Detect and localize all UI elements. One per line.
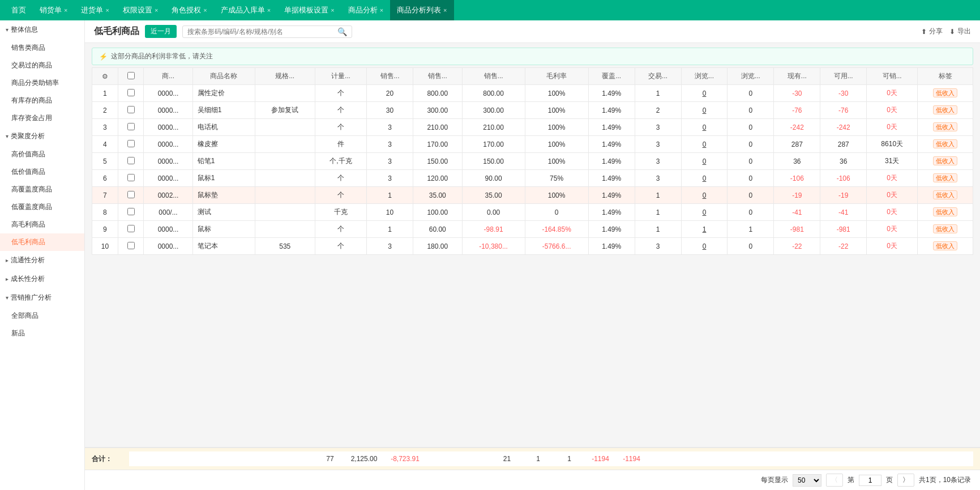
row-checkbox[interactable] bbox=[118, 85, 143, 102]
row-select-checkbox[interactable] bbox=[127, 157, 135, 164]
nav-permission[interactable]: 权限设置 × bbox=[116, 0, 165, 20]
next-page-button[interactable]: 〉 bbox=[897, 474, 914, 487]
page-size-select[interactable]: 50 100 200 bbox=[793, 474, 821, 487]
sidebar-item-traded-products[interactable]: 交易过的商品 bbox=[0, 57, 84, 74]
row-name[interactable]: 鼠标垫 bbox=[192, 187, 255, 204]
sidebar-item-stock-capital[interactable]: 库存资金占用 bbox=[0, 109, 84, 127]
row-name[interactable]: 鼠标 bbox=[192, 221, 255, 238]
row-current: -106 bbox=[774, 170, 820, 187]
sidebar-item-all-products[interactable]: 全部商品 bbox=[0, 307, 84, 325]
close-icon[interactable]: × bbox=[267, 7, 271, 14]
row-browse1[interactable]: 0 bbox=[681, 238, 727, 255]
row-spec: 参加复试 bbox=[255, 102, 315, 119]
row-browse1[interactable]: 0 bbox=[681, 85, 727, 102]
row-select-checkbox[interactable] bbox=[127, 123, 135, 130]
close-icon[interactable]: × bbox=[64, 7, 67, 14]
sidebar-item-low-coverage[interactable]: 低覆盖度商品 bbox=[0, 198, 84, 216]
row-name[interactable]: 测试 bbox=[192, 204, 255, 221]
search-input[interactable] bbox=[187, 28, 337, 36]
sidebar-item-sales-products[interactable]: 销售类商品 bbox=[0, 39, 84, 57]
row-name[interactable]: 属性定价 bbox=[192, 85, 255, 102]
nav-product-instock[interactable]: 产成品入库单 × bbox=[214, 0, 277, 20]
sidebar-item-stock-products[interactable]: 有库存的商品 bbox=[0, 92, 84, 109]
sidebar-group-marketing[interactable]: ▾ 营销推广分析 bbox=[0, 288, 84, 307]
row-name[interactable]: 鼠标1 bbox=[192, 170, 255, 187]
row-checkbox[interactable] bbox=[118, 170, 143, 187]
row-name[interactable]: 铅笔1 bbox=[192, 153, 255, 170]
row-checkbox[interactable] bbox=[118, 136, 143, 153]
col-sales-amt-header: 销售... bbox=[413, 68, 462, 85]
row-coverage: 1.49% bbox=[588, 187, 635, 204]
filter-period-button[interactable]: 近一月 bbox=[145, 25, 177, 38]
close-icon[interactable]: × bbox=[203, 7, 207, 14]
row-browse1[interactable]: 0 bbox=[681, 170, 727, 187]
close-icon[interactable]: × bbox=[331, 7, 334, 14]
nav-home[interactable]: 首页 bbox=[5, 0, 33, 20]
nav-template-setting[interactable]: 单据模板设置 × bbox=[277, 0, 341, 20]
row-sales-amt: 60.00 bbox=[413, 221, 462, 238]
nav-purchase-order[interactable]: 进货单 × bbox=[74, 0, 115, 20]
row-name[interactable]: 吴细细1 bbox=[192, 102, 255, 119]
export-button[interactable]: ⬇ 导出 bbox=[949, 27, 971, 36]
row-name[interactable]: 橡皮擦 bbox=[192, 136, 255, 153]
prev-page-button[interactable]: 〈 bbox=[826, 474, 843, 487]
row-checkbox[interactable] bbox=[118, 153, 143, 170]
row-checkbox[interactable] bbox=[118, 119, 143, 136]
sidebar-item-high-coverage[interactable]: 高覆盖度商品 bbox=[0, 181, 84, 198]
row-sales-amt: 300.00 bbox=[413, 102, 462, 119]
row-name[interactable]: 电话机 bbox=[192, 119, 255, 136]
row-select-checkbox[interactable] bbox=[127, 174, 135, 181]
row-sales-profit: 0.00 bbox=[462, 204, 525, 221]
sidebar-item-low-value[interactable]: 低价值商品 bbox=[0, 163, 84, 181]
sidebar-item-low-margin[interactable]: 低毛利商品 bbox=[0, 233, 84, 251]
row-select-checkbox[interactable] bbox=[127, 191, 135, 198]
share-button[interactable]: ⬆ 分享 bbox=[921, 27, 943, 36]
row-checkbox[interactable] bbox=[118, 221, 143, 238]
row-select-checkbox[interactable] bbox=[127, 225, 135, 232]
row-unit: 个 bbox=[315, 238, 366, 255]
sidebar-group-circulation[interactable]: ▸ 流通性分析 bbox=[0, 251, 84, 270]
row-checkbox[interactable] bbox=[118, 187, 143, 204]
row-browse1[interactable]: 0 bbox=[681, 102, 727, 119]
sidebar-item-high-value[interactable]: 高价值商品 bbox=[0, 146, 84, 163]
row-select-checkbox[interactable] bbox=[127, 242, 135, 249]
row-num: 9 bbox=[92, 221, 118, 238]
sidebar-item-new-products[interactable]: 新品 bbox=[0, 325, 84, 342]
col-available-header: 可用... bbox=[820, 68, 867, 85]
sidebar-item-category-assist[interactable]: 商品分类助销率 bbox=[0, 74, 84, 92]
close-icon[interactable]: × bbox=[380, 7, 383, 14]
row-checkbox[interactable] bbox=[118, 238, 143, 255]
col-checkbox[interactable] bbox=[118, 68, 143, 85]
close-icon[interactable]: × bbox=[155, 7, 158, 14]
row-select-checkbox[interactable] bbox=[127, 208, 135, 215]
row-browse1[interactable]: 0 bbox=[681, 204, 727, 221]
sidebar-item-high-margin[interactable]: 高毛利商品 bbox=[0, 216, 84, 233]
col-settings[interactable]: ⚙ bbox=[92, 68, 118, 85]
page-number-input[interactable] bbox=[859, 475, 881, 486]
sidebar-group-cluster[interactable]: ▾ 类聚度分析 bbox=[0, 127, 84, 146]
row-checkbox[interactable] bbox=[118, 102, 143, 119]
row-browse2: 0 bbox=[727, 170, 774, 187]
nav-product-analysis-list[interactable]: 商品分析列表 × bbox=[390, 0, 453, 20]
select-all-checkbox[interactable] bbox=[127, 72, 135, 79]
sidebar-group-growth[interactable]: ▸ 成长性分析 bbox=[0, 270, 84, 288]
row-checkbox[interactable] bbox=[118, 204, 143, 221]
row-select-checkbox[interactable] bbox=[127, 106, 135, 113]
row-browse1[interactable]: 0 bbox=[681, 187, 727, 204]
nav-sales-order[interactable]: 销货单 × bbox=[33, 0, 74, 20]
row-browse1[interactable]: 1 bbox=[681, 221, 727, 238]
pagination-bar: 每页显示 50 100 200 〈 第 页 〉 共1页，10条记录 bbox=[85, 470, 980, 490]
row-select-checkbox[interactable] bbox=[127, 89, 135, 96]
table-container: ⚙ 商... 商品名称 规格... 计量... 销售... 销售... 销售..… bbox=[92, 67, 973, 447]
close-icon[interactable]: × bbox=[443, 7, 447, 14]
row-browse1[interactable]: 0 bbox=[681, 119, 727, 136]
row-browse1[interactable]: 0 bbox=[681, 153, 727, 170]
row-tag: 低收入 bbox=[918, 204, 973, 221]
row-browse1[interactable]: 0 bbox=[681, 136, 727, 153]
sidebar-group-overall[interactable]: ▾ 整体信息 bbox=[0, 20, 84, 39]
row-name[interactable]: 笔记本 bbox=[192, 238, 255, 255]
nav-product-analysis[interactable]: 商品分析 × bbox=[341, 0, 390, 20]
nav-role-auth[interactable]: 角色授权 × bbox=[165, 0, 213, 20]
row-select-checkbox[interactable] bbox=[127, 140, 135, 147]
close-icon[interactable]: × bbox=[105, 7, 109, 14]
